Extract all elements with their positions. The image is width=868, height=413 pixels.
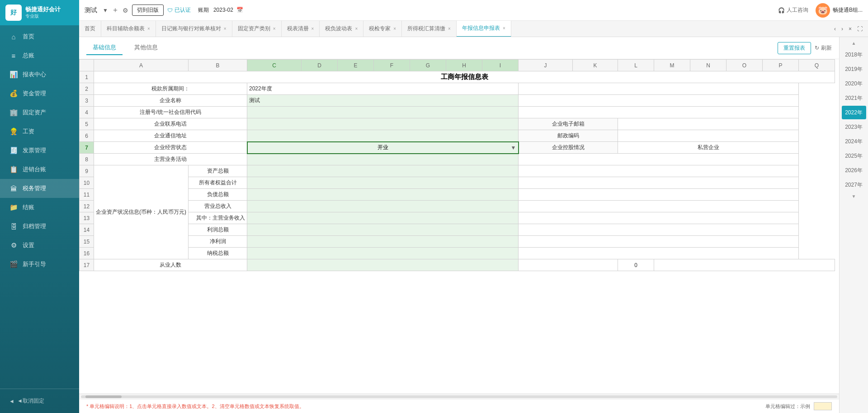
user-menu[interactable]: 🐷 畅捷通B组... [816, 3, 863, 18]
sheet-actions: 重置报表 ↻ 刷新 [778, 42, 832, 54]
logo-text-block: 畅捷通好会计 专业版 [25, 6, 61, 20]
sidebar-item-settings[interactable]: ⚙ 设置 [0, 236, 79, 255]
year-2026[interactable]: 2026年 [842, 164, 866, 177]
tab-tax-list[interactable]: 税表清册 × [282, 21, 320, 37]
col-header-d: D [302, 60, 338, 71]
sheet-title-cell[interactable]: 工商年报信息表 [94, 71, 835, 83]
tab-income-tax-label: 所得税汇算清缴 [407, 25, 445, 33]
row-num: 17 [80, 259, 94, 271]
total-tax-value[interactable] [247, 248, 519, 259]
main-revenue-value[interactable] [247, 212, 519, 224]
sidebar-item-funds[interactable]: 💰 资金管理 [0, 84, 79, 103]
revenue-value[interactable] [247, 201, 519, 212]
tab-tax-fluct-close[interactable]: × [355, 26, 358, 31]
year-2027[interactable]: 2027年 [842, 178, 866, 192]
sidebar-label-reports: 报表中心 [23, 70, 46, 79]
sidebar-item-tax[interactable]: 🏛 税务管理 [0, 179, 79, 198]
tab-fixed-assets[interactable]: 固定资产类别 × [232, 21, 282, 37]
tabs-close-button[interactable]: × [847, 24, 854, 34]
tab-journal[interactable]: 日记账与银行对账单核对 × [156, 21, 232, 37]
total-assets-value[interactable] [247, 165, 519, 177]
tab-income-tax-close[interactable]: × [448, 26, 451, 31]
row-num: 14 [80, 224, 94, 236]
tab-fixed-assets-close[interactable]: × [273, 26, 276, 31]
year-2020[interactable]: 2020年 [842, 77, 866, 90]
postcode-value[interactable] [618, 130, 799, 142]
tabs-expand-button[interactable]: ⛶ [855, 24, 864, 34]
tab-subject[interactable]: 科目辅助余额表 × [101, 21, 156, 37]
main-biz-value[interactable] [247, 154, 519, 165]
tab-subject-close[interactable]: × [147, 26, 150, 31]
gear-button[interactable]: ⚙ [123, 7, 128, 14]
sidebar-bottom: ◄ ◄取消固定 [0, 389, 79, 413]
scroll-thumb[interactable] [85, 395, 122, 398]
year-2025[interactable]: 2025年 [842, 149, 866, 163]
year-2019[interactable]: 2019年 [842, 62, 866, 76]
col-header-m: M [654, 60, 690, 71]
address-value[interactable] [247, 130, 519, 142]
sidebar-item-guide[interactable]: 🎬 新手引导 [0, 255, 79, 274]
sidebar-item-closing[interactable]: 📁 结账 [0, 198, 79, 217]
company-name-value[interactable]: 测试 [247, 95, 519, 107]
sub-tab-basic[interactable]: 基础信息 [86, 41, 123, 55]
col-header-i: I [482, 60, 519, 71]
unpin-button[interactable]: ◄ ◄取消固定 [0, 394, 79, 408]
sidebar-label-purchases: 进销台账 [23, 165, 46, 174]
phone-value[interactable] [247, 118, 519, 130]
year-2023[interactable]: 2023年 [842, 120, 866, 134]
year-2021[interactable]: 2021年 [842, 91, 866, 105]
tab-annual-report[interactable]: 年报信息申报表 × [457, 21, 511, 37]
sidebar-item-reports[interactable]: 📊 报表中心 [0, 65, 79, 84]
employee-count-value[interactable] [247, 259, 519, 271]
tab-tax-fluctuation[interactable]: 税负波动表 × [320, 21, 363, 37]
sidebar-item-salary[interactable]: 👷 工资 [0, 122, 79, 141]
module-dropdown-arrow[interactable]: ▼ [103, 7, 108, 14]
tab-tax-list-close[interactable]: × [311, 26, 314, 31]
equity-value[interactable] [247, 177, 519, 189]
sidebar-item-archive[interactable]: 🗄 归档管理 [0, 217, 79, 236]
sidebar-item-assets[interactable]: 🏢 固定资产 [0, 103, 79, 122]
sidebar-item-home[interactable]: ⌂ 首页 [0, 27, 79, 46]
biz-status-value[interactable]: 开业 ▼ [247, 142, 519, 154]
tab-journal-close[interactable]: × [224, 26, 226, 31]
year-2018[interactable]: 2018年 [842, 48, 866, 61]
total-profit-value[interactable] [247, 224, 519, 236]
period-value-cell[interactable]: 2022年度 [247, 83, 519, 95]
empty-cell [519, 107, 799, 118]
row-num: 7 [80, 142, 94, 154]
spreadsheet-container[interactable]: A B C D E F G H I J K L M [79, 59, 839, 394]
sub-tab-other[interactable]: 其他信息 [128, 41, 164, 55]
switch-version-button[interactable]: 切到旧版 [132, 5, 164, 16]
sidebar-label-invoice: 发票管理 [23, 146, 46, 155]
net-profit-label: 净利润 [189, 236, 247, 248]
net-profit-value[interactable] [247, 236, 519, 248]
reset-button[interactable]: 重置报表 [778, 42, 811, 54]
horizontal-scrollbar[interactable] [79, 394, 839, 399]
liabilities-value[interactable] [247, 189, 519, 201]
reg-no-value[interactable] [247, 107, 519, 118]
tabs-next-button[interactable]: › [840, 24, 845, 34]
period-value: 2023-02 [213, 7, 233, 13]
tab-income-tax[interactable]: 所得税汇算清缴 × [402, 21, 457, 37]
tab-annual-close[interactable]: × [503, 26, 505, 31]
year-2022[interactable]: 2022年 [842, 106, 866, 119]
service-button[interactable]: 🎧 人工咨询 [778, 6, 808, 14]
address-label: 企业通信地址 [94, 130, 247, 142]
email-value[interactable] [618, 118, 799, 130]
headset-icon: 🎧 [778, 7, 785, 14]
invoice-icon: 🧾 [9, 146, 18, 155]
add-button[interactable]: ＋ [112, 5, 119, 15]
year-scroll-up[interactable]: ▲ [850, 39, 858, 47]
sidebar-item-invoice[interactable]: 🧾 发票管理 [0, 141, 79, 160]
year-2024[interactable]: 2024年 [842, 135, 866, 148]
tab-home[interactable]: 首页 [79, 21, 101, 37]
sidebar-item-purchases[interactable]: 📋 进销台账 [0, 160, 79, 179]
tabs-prev-button[interactable]: ‹ [832, 24, 838, 34]
sidebar-label-settings: 设置 [23, 241, 34, 249]
year-scroll-down[interactable]: ▼ [850, 192, 858, 201]
refresh-button[interactable]: ↻ 刷新 [815, 42, 832, 54]
tab-tax-inspect[interactable]: 税检专家 × [363, 21, 402, 37]
holding-value[interactable]: 私营企业 [618, 142, 799, 154]
sidebar-item-ledger[interactable]: ≡ 总账 [0, 46, 79, 65]
tab-tax-inspect-close[interactable]: × [393, 26, 396, 31]
